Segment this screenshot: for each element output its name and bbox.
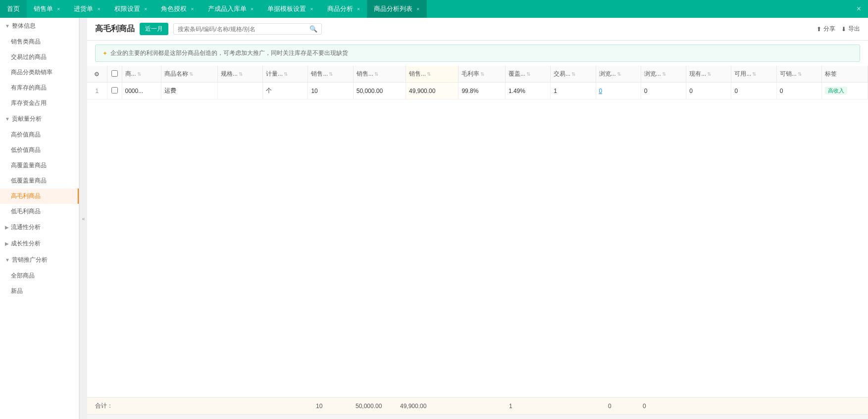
sidebar-item-new-goods[interactable]: 新品 <box>0 283 79 299</box>
col-tag[interactable]: 标签 <box>822 66 868 83</box>
main-layout: ▼ 整体信息 销售类商品 交易过的商品 商品分类助销率 有库存的商品 库存资金占… <box>0 18 868 419</box>
col-sellable[interactable]: 可销... ⇅ <box>776 66 821 83</box>
filter-month-button[interactable]: 近一月 <box>140 23 168 35</box>
sidebar-item-low-value[interactable]: 低价值商品 <box>0 142 79 158</box>
nav-close-inbound[interactable]: × <box>251 0 254 18</box>
export-icon: ⬇ <box>841 26 846 33</box>
nav-permission[interactable]: 权限设置 × <box>107 0 154 18</box>
col-unit[interactable]: 计量... ⇅ <box>263 66 308 83</box>
search-input[interactable] <box>178 26 307 33</box>
sidebar: ▼ 整体信息 销售类商品 交易过的商品 商品分类助销率 有库存的商品 库存资金占… <box>0 18 79 419</box>
nav-close-analysis-list[interactable]: × <box>416 0 419 18</box>
col-current[interactable]: 现有... ⇅ <box>686 66 731 83</box>
row-coverage: 1.49% <box>505 83 550 99</box>
sidebar-item-stock-capital[interactable]: 库存资金占用 <box>0 95 79 111</box>
col-coverage[interactable]: 覆盖... ⇅ <box>505 66 550 83</box>
content-header: 高毛利商品 近一月 🔍 ⬆ 分享 ⬇ 导出 <box>87 18 868 41</box>
sort-sales-qty-icon: ⇅ <box>329 71 333 77</box>
row-code: 0000... <box>122 83 161 99</box>
select-all-checkbox[interactable] <box>111 70 118 77</box>
nav-close-analysis[interactable]: × <box>357 0 360 18</box>
sidebar-item-category-rate[interactable]: 商品分类助销率 <box>0 65 79 80</box>
arrow-marketing-icon: ▼ <box>5 257 10 263</box>
sort-spec-icon: ⇅ <box>239 71 243 77</box>
nav-close-sales[interactable]: × <box>57 0 60 18</box>
row-browse2: 0 <box>641 83 686 99</box>
row-sales-profit: 49,900.00 <box>406 83 459 99</box>
sidebar-section-marketing[interactable]: ▼ 营销推广分析 <box>0 252 79 268</box>
nav-analysis-list[interactable]: 商品分析列表 × <box>367 0 426 18</box>
total-label: 合计： <box>95 402 125 410</box>
col-settings[interactable]: ⚙ <box>87 66 107 83</box>
nav-purchase[interactable]: 进货单 × <box>67 0 107 18</box>
sort-gross-icon: ⇅ <box>480 71 484 77</box>
footer-bar: 合计： 10 50,000.00 49,900.00 1 0 0 <box>87 397 868 414</box>
col-spec[interactable]: 规格... ⇅ <box>217 66 262 83</box>
table-wrapper[interactable]: ⚙ 商... ⇅ 商品名称 <box>87 66 868 397</box>
nav-inbound[interactable]: 产成品入库单 × <box>201 0 260 18</box>
col-gross-rate[interactable]: 毛利率 ⇅ <box>459 66 505 83</box>
row-index: 1 <box>87 83 107 99</box>
footer-cell-current: 0 <box>605 403 640 410</box>
row-tag: 高收入 <box>822 83 868 99</box>
sidebar-item-sales-goods[interactable]: 销售类商品 <box>0 34 79 49</box>
sidebar-item-high-coverage[interactable]: 高覆盖量商品 <box>0 158 79 173</box>
sidebar-item-high-margin[interactable]: 高毛利商品 <box>0 188 79 204</box>
nav-analysis[interactable]: 商品分析 × <box>320 0 367 18</box>
nav-close-permission[interactable]: × <box>144 0 147 18</box>
sidebar-item-all-goods[interactable]: 全部商品 <box>0 268 79 283</box>
col-trade[interactable]: 交易... ⇅ <box>551 66 596 83</box>
sidebar-item-low-margin[interactable]: 低毛利商品 <box>0 204 79 219</box>
row-current: 0 <box>686 83 731 99</box>
sidebar-item-low-coverage[interactable]: 低覆盖量商品 <box>0 173 79 188</box>
col-sales-profit[interactable]: 销售... ⇅ <box>406 66 459 83</box>
row-browse1[interactable]: 0 <box>596 83 641 99</box>
col-sales-qty[interactable]: 销售... ⇅ <box>308 66 353 83</box>
row-sales-qty: 10 <box>308 83 353 99</box>
footer-cell-amount: 50,000.00 <box>353 403 397 410</box>
col-code[interactable]: 商... ⇅ <box>122 66 161 83</box>
sort-name-icon: ⇅ <box>189 71 193 77</box>
tag-badge: 高收入 <box>825 87 847 94</box>
content-area: 高毛利商品 近一月 🔍 ⬆ 分享 ⬇ 导出 ✦ 企业的主要的利润都是这部分商品创… <box>87 18 868 419</box>
row-checkbox[interactable] <box>111 87 118 93</box>
sidebar-section-growth[interactable]: ▶ 成长性分析 <box>0 235 79 252</box>
col-available[interactable]: 可用... ⇅ <box>731 66 776 83</box>
bottom-scrollbar[interactable] <box>87 414 868 419</box>
sort-browse1-icon: ⇅ <box>617 71 621 77</box>
footer-cells: 10 50,000.00 49,900.00 1 0 0 <box>125 403 860 410</box>
col-browse2[interactable]: 浏览... ⇅ <box>641 66 686 83</box>
table-row: 1 0000... 运费 个 10 50,000.00 49,900.00 99… <box>87 83 868 99</box>
arrow-contribution-icon: ▼ <box>5 116 10 122</box>
nav-close-role[interactable]: × <box>191 0 194 18</box>
sidebar-item-traded-goods[interactable]: 交易过的商品 <box>0 49 79 65</box>
col-checkbox[interactable] <box>107 66 122 83</box>
sidebar-item-in-stock[interactable]: 有库存的商品 <box>0 80 79 95</box>
sort-unit-icon: ⇅ <box>284 71 288 77</box>
nav-home[interactable]: 首页 <box>0 0 27 18</box>
sidebar-section-overall[interactable]: ▼ 整体信息 <box>0 18 79 34</box>
search-icon[interactable]: 🔍 <box>309 25 317 33</box>
export-button[interactable]: ⬇ 导出 <box>841 25 860 33</box>
app-close-button[interactable]: × <box>850 0 868 18</box>
nav-template[interactable]: 单据模板设置 × <box>260 0 320 18</box>
tip-icon: ✦ <box>102 50 107 57</box>
info-tip: ✦ 企业的主要的利润都是这部分商品创造的，可考虑加大推广，同时关注库存是不要出现… <box>95 45 860 62</box>
settings-icon[interactable]: ⚙ <box>94 71 100 78</box>
nav-close-purchase[interactable]: × <box>97 0 100 18</box>
nav-close-template[interactable]: × <box>310 0 313 18</box>
col-sales-amount[interactable]: 销售... ⇅ <box>353 66 406 83</box>
row-checkbox-cell[interactable] <box>107 83 122 99</box>
sort-sellable-icon: ⇅ <box>798 71 802 77</box>
sort-profit-icon: ⇅ <box>427 71 431 77</box>
col-browse1[interactable]: 浏览... ⇅ <box>596 66 641 83</box>
share-button[interactable]: ⬆ 分享 <box>817 25 835 33</box>
sidebar-item-high-value[interactable]: 高价值商品 <box>0 127 79 142</box>
sidebar-section-liquidity[interactable]: ▶ 流通性分析 <box>0 219 79 235</box>
col-name[interactable]: 商品名称 ⇅ <box>161 66 218 83</box>
sort-current-icon: ⇅ <box>707 71 711 77</box>
nav-sales[interactable]: 销售单 × <box>27 0 67 18</box>
sidebar-collapse-button[interactable]: « <box>79 18 87 419</box>
nav-role[interactable]: 角色授权 × <box>154 0 201 18</box>
sidebar-section-contribution[interactable]: ▼ 贡献量分析 <box>0 111 79 127</box>
